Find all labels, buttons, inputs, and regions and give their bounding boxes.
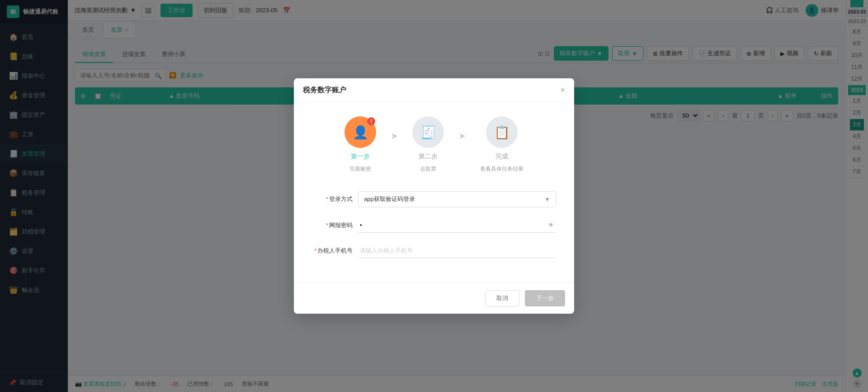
step-2-desc: 去取票 bbox=[420, 165, 436, 173]
toggle-password-icon[interactable]: 👁 bbox=[547, 220, 556, 230]
step-1-label: 第一步 bbox=[351, 153, 370, 161]
step-1-icon: 👤 bbox=[353, 125, 368, 140]
phone-label: 办税人手机号 bbox=[312, 247, 353, 255]
next-step-button[interactable]: 下一步 bbox=[525, 290, 565, 306]
dialog-close-button[interactable]: × bbox=[560, 86, 565, 95]
step-arrow-2: ➤ bbox=[444, 130, 480, 141]
modal-overlay: 税务数字账户 × 👤 ! 第一步 完善账密 ➤ bbox=[0, 0, 868, 392]
step-3: 📋 完成 查看具体任务结果 bbox=[480, 116, 524, 173]
select-arrow-icon: ▼ bbox=[544, 196, 550, 203]
password-field: 网报密码 👁 bbox=[312, 218, 556, 233]
dialog-header: 税务数字账户 × bbox=[294, 78, 574, 103]
login-method-control: app获取验证码登录 ▼ bbox=[358, 191, 556, 207]
dialog-footer: 取消 下一步 bbox=[294, 282, 574, 314]
step-3-circle: 📋 bbox=[486, 116, 518, 148]
steps-indicator: 👤 ! 第一步 完善账密 ➤ 🧾 第二步 去取票 bbox=[312, 116, 556, 173]
step-3-desc: 查看具体任务结果 bbox=[480, 165, 524, 173]
step-1-badge: ! bbox=[367, 117, 375, 125]
step-1-circle: 👤 ! bbox=[344, 116, 376, 148]
login-method-value: app获取验证码登录 bbox=[364, 195, 544, 203]
password-input[interactable] bbox=[358, 218, 547, 232]
login-method-field: 登录方式 app获取验证码登录 ▼ bbox=[312, 191, 556, 207]
login-method-label: 登录方式 bbox=[312, 195, 353, 203]
phone-control bbox=[358, 244, 556, 258]
step-arrow-1: ➤ bbox=[376, 130, 412, 141]
step-2: 🧾 第二步 去取票 bbox=[412, 116, 444, 173]
step-1-desc: 完善账密 bbox=[349, 165, 371, 173]
dialog-title: 税务数字账户 bbox=[303, 86, 346, 95]
step-2-label: 第二步 bbox=[419, 153, 438, 161]
step-1: 👤 ! 第一步 完善账密 bbox=[344, 116, 376, 173]
phone-input[interactable] bbox=[358, 244, 556, 258]
step-2-circle: 🧾 bbox=[412, 116, 444, 148]
password-input-wrapper: 👁 bbox=[358, 218, 556, 233]
login-method-select[interactable]: app获取验证码登录 ▼ bbox=[358, 191, 556, 207]
password-label: 网报密码 bbox=[312, 221, 353, 229]
tax-digital-account-dialog: 税务数字账户 × 👤 ! 第一步 完善账密 ➤ bbox=[294, 78, 574, 314]
step-3-icon: 📋 bbox=[494, 125, 510, 140]
step-2-icon: 🧾 bbox=[420, 125, 436, 140]
password-control: 👁 bbox=[358, 218, 556, 233]
dialog-body: 👤 ! 第一步 完善账密 ➤ 🧾 第二步 去取票 bbox=[294, 103, 574, 282]
phone-field: 办税人手机号 bbox=[312, 244, 556, 258]
step-3-label: 完成 bbox=[495, 153, 508, 161]
cancel-button[interactable]: 取消 bbox=[485, 290, 519, 306]
